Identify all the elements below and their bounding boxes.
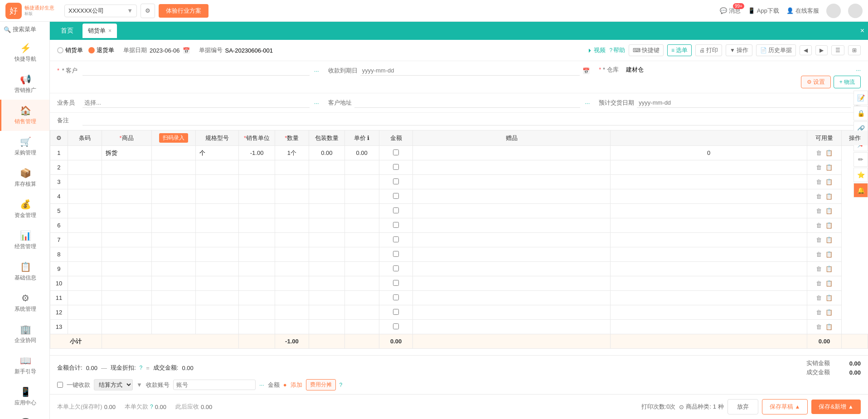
row-qty[interactable] — [239, 276, 275, 291]
row-qty[interactable] — [239, 262, 275, 276]
sidebar-item-business[interactable]: 📊 经营管理 — [0, 225, 49, 256]
operate-btn[interactable]: ▼ 操作 — [726, 44, 752, 56]
row-product[interactable] — [102, 291, 151, 305]
cash-discount-info[interactable]: ? — [140, 365, 143, 371]
delete-icon[interactable]: 🗑 — [816, 207, 822, 214]
avatar[interactable] — [826, 4, 841, 18]
row-price[interactable] — [309, 175, 344, 189]
salesperson-more-icon[interactable]: ··· — [314, 100, 319, 106]
view-list-btn[interactable]: ☰ — [831, 45, 844, 55]
row-qty[interactable] — [239, 247, 275, 262]
copy-icon[interactable]: 📋 — [825, 294, 833, 301]
row-unit[interactable] — [195, 204, 239, 218]
row-unit[interactable] — [195, 291, 239, 305]
row-gift[interactable] — [379, 189, 413, 204]
date-value[interactable]: 2023-06-06 — [150, 47, 180, 54]
help-link[interactable]: ? 帮助 — [609, 46, 625, 54]
row-spec[interactable] — [151, 247, 195, 262]
salesperson-input[interactable] — [82, 98, 310, 108]
th-settings[interactable]: ⚙ — [50, 130, 68, 146]
row-qty[interactable] — [239, 204, 275, 218]
sidebar-item-apps[interactable]: 📱 应用中心 — [0, 381, 49, 412]
row-spec[interactable] — [151, 291, 195, 305]
row-gift[interactable] — [379, 291, 413, 305]
copy-icon[interactable]: 📋 — [825, 309, 833, 316]
row-price[interactable]: 0.00 — [309, 146, 344, 160]
radio-return[interactable]: 退货单 — [88, 46, 114, 54]
row-spec[interactable] — [151, 262, 195, 276]
addr-more-icon[interactable]: ··· — [585, 100, 590, 106]
tab-bar-close[interactable]: × — [860, 27, 864, 35]
logistics-button[interactable]: + 物流 — [834, 76, 861, 88]
row-barcode[interactable] — [68, 291, 102, 305]
row-product[interactable] — [102, 160, 151, 175]
customer-input[interactable] — [82, 66, 310, 76]
nav-prev-btn[interactable]: ◀ — [800, 45, 812, 55]
receipt-calendar-icon[interactable]: 📅 — [582, 67, 590, 74]
row-unit[interactable] — [195, 320, 239, 334]
row-spec[interactable] — [151, 276, 195, 291]
row-product[interactable] — [102, 204, 151, 218]
avatar2[interactable] — [848, 4, 863, 18]
setting-button[interactable]: ⚙ 设置 — [801, 76, 831, 88]
fee-split-btn[interactable]: 费用分摊 — [306, 379, 336, 390]
row-barcode[interactable] — [68, 262, 102, 276]
customer-addr-input[interactable] — [354, 98, 581, 108]
settings-button[interactable]: ⚙ — [141, 4, 155, 18]
row-price[interactable] — [309, 160, 344, 175]
copy-icon[interactable]: 📋 — [825, 323, 833, 330]
delete-icon[interactable]: 🗑 — [816, 164, 822, 171]
sidebar-item-sales[interactable]: 🏠 销售管理 — [0, 100, 49, 131]
nav-next-btn[interactable]: ▶ — [815, 45, 828, 55]
row-qty[interactable] — [239, 320, 275, 334]
sidebar-item-search[interactable]: 🔍 搜索菜单 — [0, 22, 49, 37]
row-barcode[interactable] — [68, 146, 102, 160]
company-selector[interactable]: XXXXXX公司 ▼ — [64, 5, 137, 17]
fee-info-icon[interactable]: ? — [339, 382, 343, 388]
sidebar-item-wechat[interactable]: 💬 企业微信 — [0, 412, 49, 419]
copy-icon[interactable]: 📋 — [825, 193, 833, 200]
row-product[interactable] — [102, 305, 151, 320]
total-balance-info[interactable]: ? — [150, 404, 153, 410]
sidebar-item-quicknav[interactable]: ⚡ 快捷导航 — [0, 37, 49, 68]
delete-icon[interactable]: 🗑 — [816, 265, 822, 272]
history-btn[interactable]: 📄 历史单据 — [756, 44, 796, 56]
add-label[interactable]: 添加 — [291, 381, 302, 389]
row-unit[interactable] — [195, 276, 239, 291]
sidebar-item-marketing[interactable]: 📢 营销推广 — [0, 68, 49, 100]
row-price[interactable] — [309, 233, 344, 247]
delete-icon[interactable]: 🗑 — [816, 149, 822, 156]
rt-lock[interactable]: 🔒 — [853, 106, 868, 120]
row-unit[interactable] — [195, 262, 239, 276]
row-barcode[interactable] — [68, 305, 102, 320]
row-gift[interactable] — [379, 305, 413, 320]
row-barcode[interactable] — [68, 218, 102, 233]
sidebar-item-enterprise[interactable]: 🏢 企业协同 — [0, 318, 49, 350]
calendar-icon[interactable]: 📅 — [183, 47, 190, 54]
row-unit[interactable] — [195, 218, 239, 233]
shortcut-btn[interactable]: ⌨ 快捷键 — [629, 44, 664, 56]
sidebar-item-purchase[interactable]: 🛒 采购管理 — [0, 131, 49, 162]
row-spec[interactable] — [151, 233, 195, 247]
delete-icon[interactable]: 🗑 — [816, 294, 822, 301]
video-link[interactable]: ⏵ 视频 — [587, 46, 606, 54]
row-product[interactable] — [102, 320, 151, 334]
row-product[interactable] — [102, 189, 151, 204]
row-spec[interactable] — [151, 189, 195, 204]
row-price[interactable] — [309, 320, 344, 334]
copy-icon[interactable]: 📋 — [825, 164, 833, 171]
row-qty[interactable] — [239, 175, 275, 189]
customer-more-icon[interactable]: ··· — [314, 67, 319, 74]
row-gift[interactable] — [379, 233, 413, 247]
tab-home[interactable]: 首页 — [53, 22, 81, 40]
app-download-button[interactable]: 📱 App下载 — [748, 7, 779, 15]
add-icon[interactable]: ● — [283, 381, 287, 388]
row-product[interactable] — [102, 247, 151, 262]
tab-close-icon[interactable]: × — [108, 28, 112, 34]
row-barcode[interactable] — [68, 233, 102, 247]
row-product[interactable] — [102, 146, 151, 160]
row-price[interactable] — [309, 218, 344, 233]
row-spec[interactable] — [151, 320, 195, 334]
row-product[interactable] — [102, 276, 151, 291]
row-unit[interactable] — [195, 247, 239, 262]
